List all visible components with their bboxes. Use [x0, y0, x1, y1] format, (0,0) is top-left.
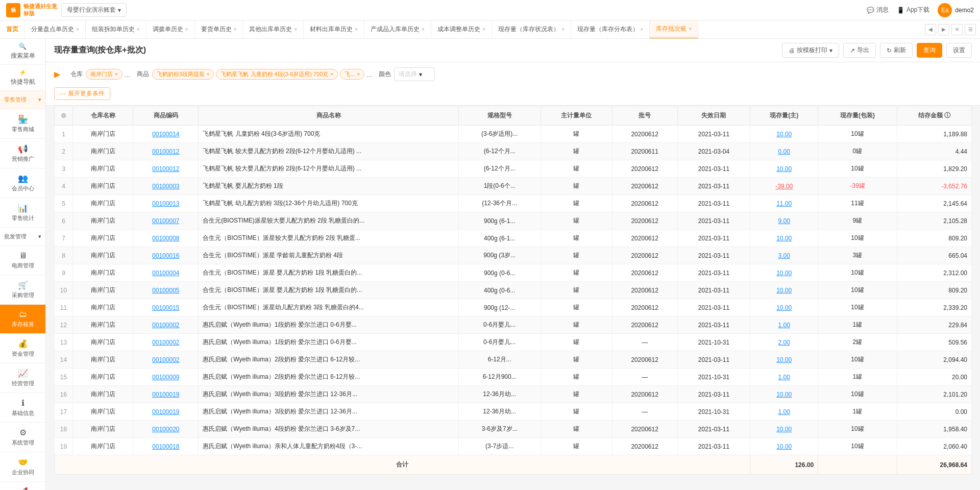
- cell-qty-main[interactable]: 9.00: [750, 212, 818, 230]
- tab-home[interactable]: 首页: [0, 20, 25, 39]
- cell-qty-main[interactable]: 10.00: [750, 282, 818, 299]
- refresh-button[interactable]: ↻ 刷新: [880, 43, 913, 58]
- warehouse-tag-0[interactable]: 南岸门店 ×: [86, 69, 122, 80]
- message-action[interactable]: 💬 消息: [867, 6, 889, 14]
- warehouse-more[interactable]: ...: [125, 70, 131, 79]
- cell-qty-main[interactable]: 10.00: [750, 386, 818, 403]
- product-tag-0[interactable]: 飞鹤奶粉3段两提装 ×: [152, 69, 214, 80]
- cell-code[interactable]: 00100013: [133, 195, 199, 212]
- cell-qty-main[interactable]: 10.00: [750, 230, 818, 247]
- cell-code[interactable]: 00100008: [133, 230, 199, 247]
- query-button[interactable]: 查询: [917, 43, 942, 58]
- cell-qty-main[interactable]: 1.00: [750, 316, 818, 334]
- sidebar-item-member[interactable]: 👥 会员中心: [0, 168, 45, 198]
- sidebar-item-finance[interactable]: 💰 资金管理: [0, 334, 45, 363]
- sidebar-item-retail-mall[interactable]: 🏪 零售商城: [0, 109, 45, 139]
- cell-code[interactable]: 00100002: [133, 351, 199, 369]
- tab-10[interactable]: 现存量（库存分布表） ×: [571, 20, 650, 39]
- industry-selector[interactable]: 母婴行业演示账套 ▾: [61, 3, 127, 17]
- tab-11[interactable]: 库存批次账 ×: [650, 20, 698, 39]
- cell-qty-main[interactable]: 2.00: [750, 334, 818, 351]
- tab-menu[interactable]: ☰: [965, 24, 976, 35]
- tab-close-4[interactable]: ×: [234, 27, 237, 32]
- cell-code[interactable]: 00100016: [133, 247, 199, 264]
- cell-qty-main[interactable]: 1.00: [750, 369, 818, 386]
- tab-6[interactable]: 材料出库单历史 ×: [304, 20, 364, 39]
- cell-code[interactable]: 00100020: [133, 421, 199, 438]
- app-download-action[interactable]: 📱 App下载: [897, 6, 929, 14]
- expand-more-btn[interactable]: ⋯ 展开更多条件: [54, 87, 110, 100]
- sidebar-item-basic-info[interactable]: ℹ 基础信息: [0, 393, 45, 423]
- cell-code[interactable]: 00100019: [133, 386, 199, 403]
- sidebar-item-ecommerce[interactable]: 🖥 电商管理: [0, 246, 45, 275]
- cell-qty-main[interactable]: -39.00: [750, 178, 818, 195]
- cell-qty-main[interactable]: 10.00: [750, 126, 818, 143]
- template-print-button[interactable]: 🖨 按模板打印 ▾: [782, 43, 839, 58]
- tab-close-3[interactable]: ×: [185, 27, 188, 32]
- cell-qty-main[interactable]: 10.00: [750, 438, 818, 455]
- sidebar-search[interactable]: 🔍 搜索菜单: [0, 39, 45, 65]
- tab-close-11[interactable]: ×: [689, 26, 692, 32]
- cell-qty-main[interactable]: 10.00: [750, 299, 818, 316]
- tab-close-2[interactable]: ×: [137, 27, 140, 32]
- product-tag-2[interactable]: 飞... ×: [340, 69, 364, 80]
- tab-close-1[interactable]: ×: [76, 27, 79, 32]
- sidebar-item-retail-mgmt[interactable]: 零售管理 ▾: [0, 91, 45, 109]
- product-tag-close-0[interactable]: ×: [207, 71, 210, 77]
- cell-qty-main[interactable]: 1.00: [750, 403, 818, 421]
- user-area[interactable]: Ea demo2: [938, 3, 974, 17]
- tab-close-9[interactable]: ×: [561, 27, 565, 32]
- tab-scroll-left[interactable]: ◀: [925, 24, 936, 35]
- cell-code[interactable]: 00100003: [133, 178, 199, 195]
- color-select[interactable]: 请选择 ▾: [394, 67, 435, 81]
- sidebar-item-purchase[interactable]: 🛒 采购管理: [0, 275, 45, 305]
- tab-2[interactable]: 组装拆卸单历史 ×: [86, 20, 146, 39]
- sidebar-item-retail-stats[interactable]: 📊 零售统计: [0, 198, 45, 228]
- sidebar-item-marketing[interactable]: 📢 营销推广: [0, 139, 45, 168]
- product-tag-close-1[interactable]: ×: [330, 71, 333, 77]
- tab-7[interactable]: 产成品入库单历史 ×: [364, 20, 431, 39]
- product-tag-close-2[interactable]: ×: [357, 71, 360, 77]
- cell-code[interactable]: 00100012: [133, 160, 199, 178]
- tab-close-8[interactable]: ×: [482, 27, 485, 32]
- cell-qty-main[interactable]: 11.00: [750, 195, 818, 212]
- cell-code[interactable]: 00100018: [133, 438, 199, 455]
- expand-filter-arrow[interactable]: ▶: [54, 69, 60, 79]
- cell-qty-main[interactable]: 10.00: [750, 351, 818, 369]
- tab-4[interactable]: 要货单历史 ×: [195, 20, 243, 39]
- product-more[interactable]: ...: [366, 70, 373, 79]
- sidebar-item-collab[interactable]: 🤝 企业协同: [0, 452, 45, 482]
- col-settings[interactable]: ⚙: [55, 106, 73, 126]
- tab-1[interactable]: 分量盘点单历史 ×: [25, 20, 86, 39]
- cell-code[interactable]: 00100007: [133, 212, 199, 230]
- sidebar-quick-nav[interactable]: ⚡ 快捷导航: [0, 65, 45, 91]
- sidebar-item-wholesale[interactable]: 批发管理 ▾: [0, 228, 45, 246]
- cell-qty-main[interactable]: 10.00: [750, 264, 818, 282]
- tab-close-7[interactable]: ×: [422, 27, 425, 32]
- tab-close-10[interactable]: ×: [641, 27, 644, 32]
- cell-qty-main[interactable]: 3.00: [750, 247, 818, 264]
- tab-close-5[interactable]: ×: [294, 27, 297, 32]
- cell-qty-main[interactable]: 10.00: [750, 421, 818, 438]
- cell-code[interactable]: 00100019: [133, 403, 199, 421]
- cell-code[interactable]: 00100015: [133, 299, 199, 316]
- settings-button[interactable]: 设置: [946, 43, 972, 58]
- cell-code[interactable]: 00100004: [133, 264, 199, 282]
- tab-scroll-right[interactable]: ▶: [938, 24, 949, 35]
- tab-close-current[interactable]: ✕: [951, 24, 963, 35]
- sidebar-item-operations[interactable]: 📈 经营管理: [0, 363, 45, 393]
- sidebar-item-guide[interactable]: 🚀 新手引导: [0, 482, 45, 490]
- cell-code[interactable]: 00100012: [133, 143, 199, 160]
- export-button[interactable]: ↗ 导出: [843, 43, 876, 58]
- cell-qty-main[interactable]: 10.00: [750, 160, 818, 178]
- cell-code[interactable]: 00100005: [133, 282, 199, 299]
- sidebar-item-system[interactable]: ⚙ 系统管理: [0, 423, 45, 452]
- cell-code[interactable]: 00100014: [133, 126, 199, 143]
- settings-icon[interactable]: ⚙: [61, 112, 66, 119]
- cell-code[interactable]: 00100002: [133, 334, 199, 351]
- warehouse-tag-close-0[interactable]: ×: [115, 71, 118, 77]
- product-tag-1[interactable]: 飞鹤星飞帆 儿童奶粉 4段(3-6岁适用) 700克 ×: [216, 69, 338, 80]
- sidebar-item-inventory[interactable]: 🗂 库存核算: [0, 305, 45, 334]
- cell-code[interactable]: 00100002: [133, 316, 199, 334]
- cell-code[interactable]: 00100009: [133, 369, 199, 386]
